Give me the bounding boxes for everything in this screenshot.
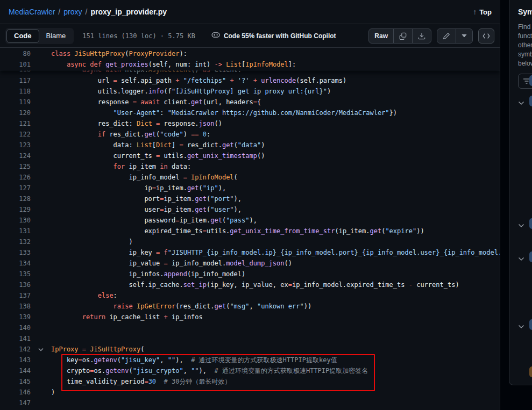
symbols-panel-description: Find definitions and references for func…	[518, 23, 532, 68]
chevron-down-icon[interactable]	[518, 254, 524, 263]
line-number[interactable]: 136	[0, 279, 31, 290]
line-number[interactable]: 125	[0, 161, 31, 172]
gutter	[31, 59, 51, 70]
code-line: 126 ip_info_model = IpInfoModel(	[0, 172, 500, 183]
code-text: current_ts = utils.get_unix_timestamp()	[51, 150, 265, 161]
line-number[interactable]: 101	[0, 59, 31, 70]
raw-button[interactable]: Raw	[369, 29, 393, 43]
breadcrumb: MediaCrawler / proxy / proxy_ip_provider…	[9, 8, 167, 16]
line-number[interactable]: 118	[0, 86, 31, 97]
code-text: self.ip_cache.set_ip(ip_key, ip_value, e…	[51, 279, 459, 290]
line-number[interactable]: 126	[0, 172, 31, 183]
gutter	[31, 398, 51, 408]
code-line: 122 if res_dict.get("code") == 0:	[0, 129, 500, 140]
code-text: )	[51, 236, 133, 247]
symbol-item[interactable]	[509, 366, 532, 379]
copilot-banner[interactable]: Code 55% faster with GitHub Copilot	[211, 31, 336, 41]
gutter	[31, 236, 51, 247]
code-text: ip_value = ip_info_model.model_dump_json…	[51, 258, 292, 269]
line-number[interactable]: 80	[0, 48, 31, 59]
line-number[interactable]: 127	[0, 183, 31, 193]
line-number[interactable]: 123	[0, 140, 31, 150]
line-number[interactable]: 124	[0, 150, 31, 161]
download-button[interactable]	[412, 29, 431, 43]
gutter	[31, 140, 51, 150]
code-line: 140	[0, 322, 500, 333]
description-line: below.	[518, 59, 532, 68]
edit-dropdown-button[interactable]	[456, 29, 472, 43]
code-line: 137 else:	[0, 290, 500, 301]
line-number[interactable]: 139	[0, 312, 31, 322]
gutter	[31, 172, 51, 183]
line-number[interactable]: 119	[0, 97, 31, 107]
line-number[interactable]: 120	[0, 107, 31, 118]
symbol-item[interactable]	[509, 319, 532, 332]
chevron-down-icon[interactable]	[518, 220, 524, 230]
line-number[interactable]: 142	[0, 344, 31, 355]
copy-button[interactable]	[393, 29, 412, 43]
back-to-top-button[interactable]: ↑ Top	[473, 8, 492, 16]
line-number[interactable]: 146	[0, 387, 31, 398]
code-text: )	[51, 387, 55, 398]
gutter	[31, 226, 51, 236]
gutter	[31, 75, 51, 86]
edit-button[interactable]	[437, 29, 456, 43]
line-number[interactable]: 144	[0, 365, 31, 376]
line-number[interactable]: 128	[0, 193, 31, 204]
code-text: return ip_cache_list + ip_infos	[51, 312, 203, 322]
line-number[interactable]: 141	[0, 333, 31, 344]
line-number[interactable]: 140	[0, 322, 31, 333]
breadcrumb-repo-link[interactable]: MediaCrawler	[9, 8, 55, 16]
tab-blame[interactable]: Blame	[39, 30, 73, 42]
code-line: 118 utils.logger.info(f"[JiSuHttpProxy] …	[0, 86, 500, 97]
line-number[interactable]: 132	[0, 236, 31, 247]
symbols-panel-toggle-button[interactable]	[478, 28, 494, 44]
line-number[interactable]: 129	[0, 204, 31, 215]
code-line: 138 raise IpGetError(res_dict.get("msg",…	[0, 301, 500, 312]
chevron-down-icon[interactable]	[518, 98, 524, 107]
line-number[interactable]: 135	[0, 269, 31, 279]
tab-code[interactable]: Code	[6, 29, 39, 43]
line-number[interactable]: 130	[0, 215, 31, 226]
code-line: 119 response = await client.get(url, hea…	[0, 97, 500, 107]
collapse-chevron-icon[interactable]	[31, 344, 51, 355]
symbol-item[interactable]	[509, 218, 532, 231]
gutter	[31, 193, 51, 204]
code-line: 139 return ip_cache_list + ip_infos	[0, 312, 500, 322]
gutter	[31, 118, 51, 129]
code-text: expired_time_ts=utils.get_unix_time_from…	[51, 226, 424, 236]
code-text: utils.logger.info(f"[JiSuHttpProxy] get …	[51, 86, 331, 97]
line-number[interactable]: 134	[0, 258, 31, 269]
symbol-item[interactable]	[509, 251, 532, 264]
code-text: res_dict: Dict = response.json()	[51, 118, 222, 129]
line-number[interactable]: 137	[0, 290, 31, 301]
code-line: 127 ip=ip_item.get("ip"),	[0, 183, 500, 193]
gutter	[31, 48, 51, 59]
code-line: 133 ip_key = f"JISUHTTP_{ip_info_model.i…	[0, 247, 500, 258]
line-number[interactable]: 121	[0, 118, 31, 129]
gutter	[31, 86, 51, 97]
symbol-item[interactable]	[509, 96, 532, 109]
line-number[interactable]: 145	[0, 376, 31, 387]
copy-icon	[399, 32, 407, 40]
line-number[interactable]: 122	[0, 129, 31, 140]
gutter	[31, 355, 51, 365]
code-text: port=ip_item.get("port"),	[51, 193, 242, 204]
gutter	[31, 150, 51, 161]
code-text: "User-Agent": "MediaCrawler https://gith…	[51, 107, 397, 118]
gutter	[31, 290, 51, 301]
gutter	[31, 322, 51, 333]
line-number[interactable]: 138	[0, 301, 31, 312]
line-number[interactable]: 133	[0, 247, 31, 258]
breadcrumb-folder-link[interactable]: proxy	[63, 8, 82, 16]
symbol-item[interactable]	[509, 75, 532, 88]
line-number[interactable]: 131	[0, 226, 31, 236]
code-text: class JiSuHttpProxy(ProxyProvider):	[51, 48, 187, 59]
code-line: 123 data: List[Dict] = res_dict.get("dat…	[0, 140, 500, 150]
code-line: 146)	[0, 387, 500, 398]
code-text: url = self.api_path + "/fetchips" + '?' …	[51, 75, 346, 86]
line-number[interactable]: 147	[0, 398, 31, 408]
line-number[interactable]: 143	[0, 355, 31, 365]
line-number[interactable]: 117	[0, 75, 31, 86]
chevron-down-icon[interactable]	[518, 321, 524, 331]
